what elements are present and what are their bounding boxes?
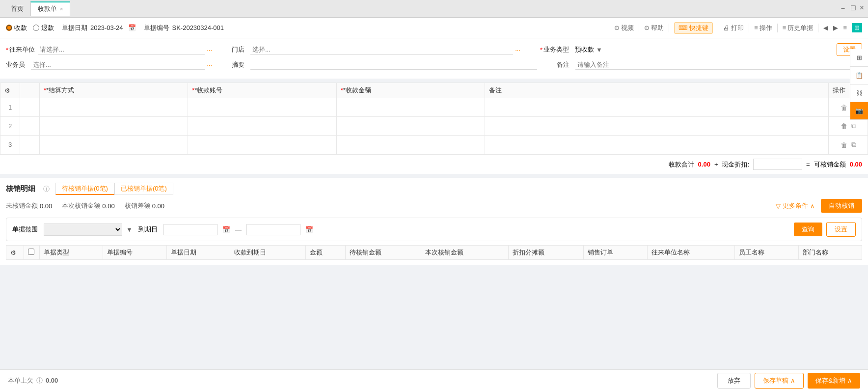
more-conditions-btn[interactable]: ▽ 更多条件 ∧ [776, 201, 815, 210]
store-more-btn[interactable]: ··· [515, 46, 520, 54]
print-btn[interactable]: 🖨 打印 [723, 24, 744, 32]
discount-label: 现金折扣: [722, 160, 749, 169]
bottom-left: 本单上欠 ⓘ 0.00 [8, 376, 58, 385]
tab-done[interactable]: 已核销单据(0笔) [114, 183, 173, 195]
store-input[interactable] [250, 45, 513, 55]
save-new-button[interactable]: 保存&新增 ∧ [808, 373, 860, 389]
window-close-icon[interactable]: × [860, 3, 864, 14]
stat-diff: 核销差额 0.00 [125, 201, 164, 210]
maximize-icon[interactable]: □ [851, 3, 856, 14]
number-field: 单据编号 SK-20230324-001 [144, 24, 224, 32]
row-1-settlement[interactable] [40, 98, 188, 117]
sidebar-link-icon[interactable]: ⛓ [850, 84, 868, 102]
bottom-bar: 本单上欠 ⓘ 0.00 放弃 保存草稿 ∧ 保存&新增 ∧ [0, 369, 868, 391]
table-row: 3 🗑 ⧉ [0, 136, 868, 154]
stat-uncancelled: 未核销金额 0.00 [6, 201, 52, 210]
summary-row: 收款合计 0.00 + 现金折扣: = 可核销金额 0.00 [0, 154, 868, 174]
verif-info-icon[interactable]: ⓘ [43, 185, 50, 194]
select-all-checkbox[interactable] [28, 249, 34, 255]
verifiable-value: 0.00 [850, 161, 862, 168]
row-2-account[interactable] [188, 117, 336, 136]
minimize-icon[interactable]: － [839, 3, 847, 14]
range-dropdown-icon[interactable]: ▼ [126, 226, 133, 233]
table-settings-icon[interactable]: ⚙ [4, 87, 10, 94]
business-type-value: 预收款 [575, 45, 594, 54]
discount-input[interactable] [753, 159, 802, 170]
summary-input[interactable] [250, 60, 537, 70]
date-value[interactable]: 2023-03-24 [90, 24, 123, 31]
verif-table-settings-icon[interactable]: ⚙ [10, 249, 16, 256]
sidebar-doc-icon[interactable]: 📋 [850, 67, 868, 84]
staff-more-btn[interactable]: ··· [207, 61, 212, 69]
nav-prev-icon[interactable]: ◀ [823, 24, 828, 31]
settings-button[interactable]: 设置 [826, 222, 856, 237]
counterparty-input[interactable] [38, 45, 205, 55]
tab-home[interactable]: 首页 [4, 1, 30, 16]
row-3-remark[interactable] [485, 136, 829, 154]
counterparty-more-btn[interactable]: ··· [207, 46, 212, 54]
row-1-delete-icon[interactable]: 🗑 [841, 104, 847, 112]
history-btn[interactable]: ≡ 历史单据 [783, 24, 814, 32]
row-3-copy-icon[interactable]: ⧉ [851, 140, 856, 149]
auto-btn[interactable]: 自动核销 [821, 199, 862, 213]
save-draft-button[interactable]: 保存草稿 ∧ [755, 373, 804, 389]
tab-receipt[interactable]: 收款单 × [30, 1, 70, 16]
row-3-settlement[interactable] [40, 136, 188, 154]
row-1-no: 1 [0, 98, 20, 117]
summary-label: 摘要 [232, 60, 244, 69]
tab-close-icon[interactable]: × [60, 6, 63, 12]
video-btn[interactable]: ⊙ 视频 [614, 24, 634, 32]
row-3-account[interactable] [188, 136, 336, 154]
table-settings-col[interactable]: ⚙ [0, 83, 20, 98]
business-type-dropdown-icon[interactable]: ▼ [596, 46, 602, 54]
verif-col-sales: 销售订单 [584, 246, 647, 260]
row-3-actions: 🗑 ⧉ [829, 136, 868, 154]
row-2-no: 2 [0, 117, 20, 136]
row-2-remark[interactable] [485, 117, 829, 136]
shortcut-btn[interactable]: ⌨ 快捷键 [674, 22, 713, 34]
row-3-delete-icon[interactable]: 🗑 [841, 141, 847, 149]
verif-col-type: 单据类型 [40, 246, 103, 260]
due-end-calendar-icon[interactable]: 📅 [305, 226, 313, 233]
row-2-amount[interactable] [336, 117, 485, 136]
sidebar-table-icon[interactable]: ⊞ [850, 49, 868, 67]
due-start-input[interactable]: 2022-04-01 [163, 224, 217, 235]
save-new-chevron[interactable]: ∧ [847, 377, 852, 384]
sidebar-camera-icon[interactable]: 📷 [850, 102, 868, 120]
row-2-copy-icon[interactable]: ⧉ [851, 122, 856, 130]
range-select[interactable] [44, 223, 122, 236]
query-button[interactable]: 查询 [794, 223, 822, 236]
due-end-input[interactable]: 2022-04-12 [246, 224, 300, 235]
tab-pending[interactable]: 待核销单据(0笔) [55, 183, 114, 195]
form-row-2: 业务员 ··· 摘要 备注 [6, 60, 862, 70]
radio-refund[interactable]: 退款 [33, 24, 54, 32]
layout-icon-2[interactable]: ⊞ [852, 23, 862, 32]
row-2-settlement[interactable] [40, 117, 188, 136]
row-1-remark[interactable] [485, 98, 829, 117]
prev-info-icon[interactable]: ⓘ [36, 376, 43, 385]
save-draft-chevron[interactable]: ∧ [790, 377, 795, 384]
radio-receipt[interactable]: 收款 [6, 24, 27, 32]
staff-field: 业务员 ··· [6, 60, 212, 70]
row-2-delete-icon[interactable]: 🗑 [841, 122, 847, 130]
row-3-amount[interactable] [336, 136, 485, 154]
nav-next-icon[interactable]: ▶ [833, 24, 838, 31]
verif-col-counterparty: 往来单位名称 [647, 246, 734, 260]
abandon-button[interactable]: 放弃 [717, 373, 751, 389]
counterparty-field: * 往来单位 ··· [6, 45, 212, 55]
help-btn[interactable]: ⊙ 帮助 [644, 24, 664, 32]
due-start-calendar-icon[interactable]: 📅 [222, 226, 230, 233]
verif-table-wrap: ⚙ 单据类型 单据编号 单据日期 收款到期日 金额 待核销金额 本次核销金额 折… [6, 245, 862, 260]
verif-col-settings[interactable]: ⚙ [6, 246, 24, 260]
row-1-account[interactable] [188, 98, 336, 117]
row-1-amount[interactable] [336, 98, 485, 117]
stat-current: 本次核销金额 0.00 [62, 201, 114, 210]
verif-col-checkbox[interactable] [24, 246, 40, 260]
layout-icon-1[interactable]: ≡ [843, 24, 847, 31]
remark-input[interactable] [575, 60, 862, 70]
calendar-icon[interactable]: 📅 [128, 24, 136, 31]
operate-btn[interactable]: ≡ 操作 [754, 24, 772, 32]
number-value[interactable]: SK-20230324-001 [172, 24, 224, 31]
staff-input[interactable] [31, 60, 205, 70]
toolbar: 收款 退款 单据日期 2023-03-24 📅 单据编号 SK-20230324… [0, 18, 868, 38]
